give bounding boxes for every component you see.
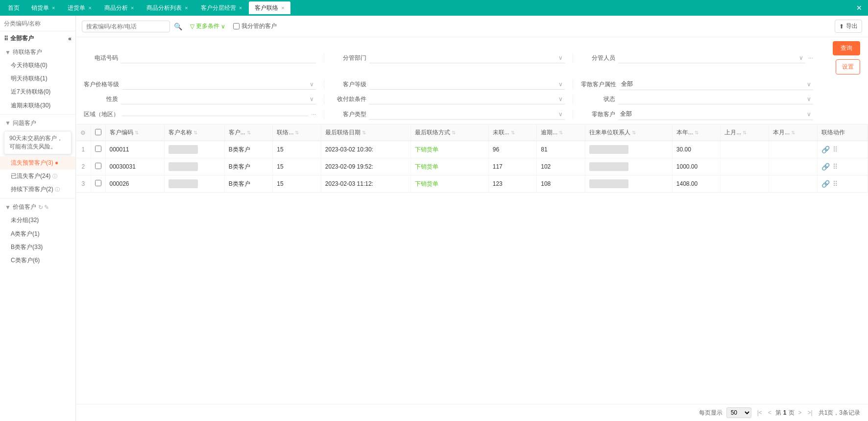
action-grid-icon[interactable]: ⠿ [833, 163, 838, 171]
th-last-contact-way[interactable]: 最后联络方式 ⇅ [410, 124, 488, 141]
th-customer-name[interactable]: 客户名称 ⇅ [165, 124, 224, 141]
td-checkbox[interactable] [91, 141, 105, 158]
adv-filter-phone: 电话号码 [84, 53, 316, 63]
close-tab-sales-order[interactable]: × [52, 5, 55, 11]
next-page-button[interactable]: > [796, 408, 804, 417]
th-this-year[interactable]: 本年... ⇅ [672, 124, 721, 141]
action-link-icon[interactable]: 🔗 [821, 146, 830, 153]
zero-attr-select[interactable]: 全部 ∨ [619, 78, 813, 90]
sidebar-item-7days-pending[interactable]: 近7天待联络(0) [0, 85, 75, 99]
td-checkbox[interactable] [91, 175, 105, 193]
sidebar-divider-2 [0, 198, 75, 198]
export-button[interactable]: ⬆ 导出 [835, 20, 862, 33]
td-last-contact-way[interactable]: 下销货单 [410, 158, 488, 175]
select-all-checkbox[interactable] [95, 129, 101, 135]
sidebar-group-problem-customers[interactable]: ▼ 问题客户 [0, 117, 75, 130]
filter-my-customers-checkbox[interactable]: 我分管的客户 [233, 22, 277, 30]
collapse-icon[interactable]: « [68, 35, 72, 42]
tab-home-label: 首页 [8, 4, 20, 12]
filter-search-button[interactable]: 🔍 [174, 23, 182, 30]
current-page: 1 [783, 409, 787, 416]
th-contact-count[interactable]: 联络... ⇅ [273, 124, 321, 141]
th-overdue[interactable]: 逾期... ⇅ [537, 124, 585, 141]
tab-product-analysis[interactable]: 商品分析 × [98, 1, 140, 14]
payment-select[interactable]: ∨ [369, 94, 564, 104]
sidebar-all-customers[interactable]: ⠿ 全部客户 « [0, 31, 75, 46]
sidebar-item-churn-warning[interactable]: 流失预警客户(3) ● [0, 156, 75, 170]
close-tab-product-analysis[interactable]: × [131, 5, 134, 11]
window-close-button[interactable]: ✕ [852, 4, 866, 12]
th-this-month[interactable]: 本月... ⇅ [769, 124, 817, 141]
sidebar-all-customers-label: 全部客户 [10, 34, 34, 43]
close-tab-customer-contact[interactable]: × [281, 5, 284, 11]
th-checkbox[interactable] [91, 124, 105, 141]
sidebar-item-class-b[interactable]: B类客户(33) [0, 241, 75, 254]
tab-purchase-order[interactable]: 进货单 × [62, 1, 97, 14]
sidebar-item-ungrouped[interactable]: 未分组(32) [0, 214, 75, 227]
th-last-contact-date[interactable]: 最后联络日期 ⇅ [321, 124, 410, 141]
gear-icon[interactable]: ⚙ [80, 129, 86, 136]
th-customer-code[interactable]: 客户编码 ⇅ [105, 124, 165, 141]
tab-home[interactable]: 首页 [2, 1, 25, 14]
close-tab-product-analysis-list[interactable]: × [185, 5, 188, 11]
td-unit-contact [585, 141, 672, 158]
td-actions: 🔗 ⠿ [817, 175, 868, 193]
close-tab-purchase-order[interactable]: × [88, 5, 91, 11]
tab-sales-order[interactable]: 销货单 × [25, 1, 61, 14]
sidebar-group-pending-contact[interactable]: ▼ 待联络客户 [0, 46, 75, 59]
sidebar-item-tomorrow-pending[interactable]: 明天待联络(1) [0, 72, 75, 85]
td-last-contact-way[interactable]: 下销货单 [410, 175, 488, 193]
td-customer-type: B类客户 [224, 141, 273, 158]
action-link-icon[interactable]: 🔗 [821, 163, 830, 171]
first-page-button[interactable]: |< [755, 408, 764, 417]
customer-type-select[interactable]: ∨ [369, 109, 564, 120]
action-grid-icon[interactable]: ⠿ [833, 146, 838, 153]
sidebar-item-today-pending[interactable]: 今天待联络(0) [0, 59, 75, 72]
td-checkbox[interactable] [91, 158, 105, 175]
status-select[interactable]: ∨ [618, 94, 813, 104]
query-button[interactable]: 查询 [833, 41, 860, 55]
last-page-button[interactable]: >| [806, 408, 815, 417]
td-last-contact-way[interactable]: 下销货单 [410, 141, 488, 158]
setting-button[interactable]: 设置 [836, 59, 860, 74]
customer-level-select[interactable]: ∨ [369, 79, 564, 90]
th-uncontacted[interactable]: 未联... ⇅ [488, 124, 537, 141]
region-select[interactable] [122, 113, 308, 116]
refresh-icon[interactable]: ↻ [38, 204, 43, 211]
filter-more-conditions[interactable]: ▽ 更多条件 ∨ [186, 20, 229, 32]
th-actions: 联络动作 [817, 124, 868, 141]
tab-product-analysis-list[interactable]: 商品分析列表 × [141, 1, 193, 14]
close-tab-customer-layering[interactable]: × [239, 5, 242, 11]
prev-page-button[interactable]: < [766, 408, 773, 417]
sidebar-item-declining[interactable]: 持续下滑客户(2) ⓘ [0, 183, 75, 196]
zero-customer-select[interactable]: 全部 ∨ [618, 108, 813, 120]
sidebar-item-overdue-pending[interactable]: 逾期未联络(30) [0, 99, 75, 112]
sidebar-group-value-customers[interactable]: ▼ 价值客户 ↻ ✎ [0, 200, 75, 214]
sidebar-item-class-a[interactable]: A类客户(1) [0, 227, 75, 241]
region-more-icon[interactable]: ··· [311, 111, 316, 118]
filter-search-input[interactable] [82, 21, 170, 32]
manager-more-icon[interactable]: ··· [808, 54, 813, 61]
tab-customer-contact[interactable]: 客户联络 × [249, 1, 290, 14]
tab-customer-layering[interactable]: 客户分层经营 × [195, 1, 248, 14]
my-customers-checkbox-input[interactable] [233, 23, 240, 29]
th-gear[interactable]: ⚙ [76, 124, 91, 141]
price-level-select[interactable]: ∨ [122, 79, 316, 90]
phone-input[interactable] [121, 53, 316, 63]
manager-select[interactable]: ∨ [618, 53, 805, 63]
sidebar-item-already-churned[interactable]: 已流失客户(24) ⓘ [0, 170, 75, 183]
th-customer-type[interactable]: 客户... ⇅ [224, 124, 273, 141]
department-select[interactable]: ∨ [369, 53, 564, 63]
action-grid-icon[interactable]: ⠿ [833, 180, 838, 188]
action-link-icon[interactable]: 🔗 [821, 180, 830, 188]
gender-select[interactable]: ∨ [121, 94, 316, 104]
td-last-month [721, 175, 769, 193]
sidebar-item-class-c[interactable]: C类客户(6) [0, 254, 75, 267]
chevron-down-icon-dept: ∨ [558, 54, 563, 61]
th-unit-contact[interactable]: 往来单位联系人 ⇅ [585, 124, 672, 141]
per-page-select[interactable]: 50 100 200 [726, 407, 751, 418]
sidebar-search-input[interactable] [4, 20, 76, 27]
th-last-month[interactable]: 上月... ⇅ [721, 124, 769, 141]
edit-icon[interactable]: ✎ [44, 204, 49, 211]
chevron-down-icon-mgr: ∨ [799, 54, 803, 61]
